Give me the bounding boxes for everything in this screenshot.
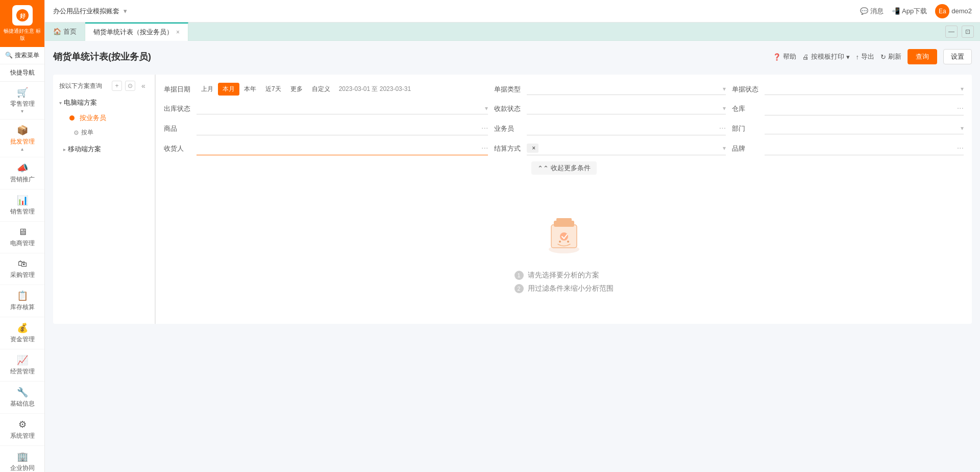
date-btn-this-month[interactable]: 本月 [218, 83, 239, 96]
date-filter-options: 上月 本月 本年 近7天 更多 自定义 2023-03-01 至 2023-03… [197, 83, 411, 96]
date-btn-last-month[interactable]: 上月 [197, 83, 218, 96]
scheme-add-btn[interactable]: + [112, 81, 122, 91]
sidebar-item-system[interactable]: ⚙ 系统管理 [0, 414, 44, 446]
sidebar-item-ops[interactable]: 📈 经营管理 [0, 349, 44, 382]
filter-row-3: 商品 ··· 业务员 ··· [164, 122, 964, 135]
tab-close-icon[interactable]: × [176, 29, 180, 36]
desktop-group-arrow: ▾ [59, 100, 62, 106]
account-dropdown-icon[interactable]: ▾ [124, 7, 127, 15]
message-btn[interactable]: 💬 消息 [860, 7, 884, 16]
sidebar-item-purchase[interactable]: 🛍 采购管理 [0, 253, 44, 285]
recv-status-label: 收款状态 [494, 104, 523, 113]
filter-row-2: 出库状态 ▾ 收款状态 ▾ [164, 102, 964, 115]
sidebar-item-basic[interactable]: 🔧 基础信息 [0, 382, 44, 414]
main-content: 单据日期 上月 本月 本年 近7天 更多 自定义 2023-03-01 至 20… [156, 75, 972, 324]
sidebar-search[interactable]: 🔍 搜索菜单 [0, 47, 44, 64]
recv-status-input[interactable]: ▾ [527, 103, 726, 114]
sidebar-item-sales[interactable]: 📊 销售管理 [0, 190, 44, 222]
settings-btn[interactable]: 设置 [943, 49, 972, 64]
basic-label: 基础信息 [10, 399, 35, 408]
filter-brand: 品牌 ··· [732, 141, 964, 155]
app-download-btn[interactable]: 📲 App下载 [892, 7, 927, 16]
scheme-settings-btn[interactable]: ⊙ [125, 81, 135, 91]
print-dropdown-icon: ▾ [846, 53, 850, 61]
filter-salesperson: 业务员 ··· [494, 122, 726, 135]
scheme-group-desktop-header[interactable]: ▾ 电脑端方案 [57, 95, 151, 110]
consignee-input[interactable]: ··· [197, 141, 488, 155]
mobile-group-arrow: ▸ [63, 147, 66, 152]
print-btn[interactable]: 🖨 按模板打印 ▾ [802, 52, 850, 61]
filter-out-status: 出库状态 ▾ [164, 103, 488, 114]
brand-input[interactable]: ··· [765, 141, 964, 155]
sidebar-item-wholesale[interactable]: 📦 批发管理 ▴ [0, 120, 44, 157]
sales-icon: 📊 [17, 195, 28, 206]
topbar: 办公用品行业模拟账套 ▾ 💬 消息 📲 App下载 Ea demo2 [45, 0, 980, 22]
date-btn-7days[interactable]: 近7天 [261, 83, 286, 96]
filter-date: 单据日期 上月 本月 本年 近7天 更多 自定义 2023-03-01 至 20… [164, 83, 488, 96]
export-btn[interactable]: ↑ 导出 [856, 52, 875, 61]
consignee-label: 收货人 [164, 144, 192, 153]
ops-label: 经营管理 [10, 367, 35, 376]
payment-label: 结算方式 [494, 144, 523, 153]
tab-home[interactable]: 🏠 首页 [45, 22, 85, 41]
doc-status-input[interactable]: ▾ [765, 83, 964, 95]
search-label: 搜索菜单 [15, 52, 39, 59]
user-menu[interactable]: Ea demo2 [935, 4, 972, 18]
system-label: 系统管理 [10, 432, 35, 440]
sidebar-item-ecom[interactable]: 🖥 电商管理 [0, 222, 44, 253]
sidebar: 好 畅捷通好生意 标版 🔍 搜索菜单 快捷导航 🛒 零售管理 ▾ 📦 批发管理 … [0, 0, 45, 472]
scheme-mobile-header[interactable]: ▸ 移动端方案 [57, 141, 151, 157]
payment-input[interactable]: × ▾ [527, 141, 726, 155]
goods-dots: ··· [481, 124, 488, 133]
collapse-btn[interactable]: ⌃⌃ 收起更多条件 [531, 161, 597, 175]
page-body: 销货单统计表(按业务员) ❓ 帮助 🖨 按模板打印 ▾ ↑ 导出 [53, 49, 972, 324]
date-btn-this-year[interactable]: 本年 [239, 83, 261, 96]
query-btn[interactable]: 查询 [908, 49, 937, 64]
sidebar-item-marketing[interactable]: 📣 营销推广 [0, 157, 44, 190]
out-status-input[interactable]: ▾ [197, 103, 488, 114]
refresh-icon: ↻ [880, 53, 886, 61]
department-input[interactable]: ▾ [765, 123, 964, 134]
stock-icon: 📋 [17, 290, 28, 301]
print-label: 按模板打印 [811, 52, 844, 61]
scheme-collapse-btn[interactable]: « [138, 81, 149, 91]
sidebar-item-corp[interactable]: 🏢 企业协同 [0, 446, 44, 472]
sales-label: 销售管理 [10, 207, 35, 216]
user-name: demo2 [951, 7, 972, 15]
filter-row-4: 收货人 ··· 结算方式 [164, 141, 964, 155]
sidebar-logo[interactable]: 好 畅捷通好生意 标版 [0, 0, 44, 47]
scheme-by-order-label: 按单 [81, 128, 93, 137]
filter-warehouse: 仓库 ··· [732, 102, 964, 115]
date-btn-more[interactable]: 更多 [286, 83, 307, 96]
refresh-btn[interactable]: ↻ 刷新 [880, 52, 901, 61]
tab-sales-stat[interactable]: 销货单统计表（按业务员） × [85, 22, 188, 41]
goods-input[interactable]: ··· [197, 122, 488, 135]
scheme-item-by-order[interactable]: ⚙ 按单 [57, 126, 151, 139]
purchase-label: 采购管理 [10, 271, 35, 279]
tab-minimize-btn[interactable]: — [945, 26, 958, 38]
page-content: 销货单统计表(按业务员) ❓ 帮助 🖨 按模板打印 ▾ ↑ 导出 [45, 41, 980, 472]
date-btn-custom[interactable]: 自定义 [307, 83, 335, 96]
sidebar-item-retail[interactable]: 🛒 零售管理 ▾ [0, 82, 44, 120]
doc-type-input[interactable]: ▾ [527, 83, 726, 95]
scheme-item-by-salesperson[interactable]: 按业务员 [57, 110, 151, 126]
marketing-label: 营销推广 [10, 175, 35, 184]
sidebar-item-finance[interactable]: 💰 资金管理 [0, 317, 44, 349]
sidebar-quick-nav[interactable]: 快捷导航 [0, 64, 44, 82]
warehouse-input[interactable]: ··· [765, 102, 964, 115]
date-range-text: 2023-03-01 至 2023-03-31 [339, 85, 411, 93]
account-name: 办公用品行业模拟账套 [53, 7, 119, 16]
payment-tag-close[interactable]: × [532, 145, 535, 152]
department-label: 部门 [732, 124, 761, 133]
salesperson-input[interactable]: ··· [527, 122, 726, 135]
sidebar-item-stock[interactable]: 📋 库存核算 [0, 285, 44, 317]
export-label: 导出 [861, 52, 874, 61]
tab-maximize-btn[interactable]: ⊡ [962, 26, 974, 38]
retail-label: 零售管理 [10, 100, 35, 108]
finance-icon: 💰 [17, 322, 28, 334]
salesperson-label: 业务员 [494, 124, 523, 133]
help-btn[interactable]: ❓ 帮助 [773, 52, 796, 61]
mobile-group-label: 移动端方案 [68, 145, 101, 154]
scheme-header: 按以下方案查询 + ⊙ « [53, 81, 155, 95]
home-icon: 🏠 [53, 28, 61, 35]
